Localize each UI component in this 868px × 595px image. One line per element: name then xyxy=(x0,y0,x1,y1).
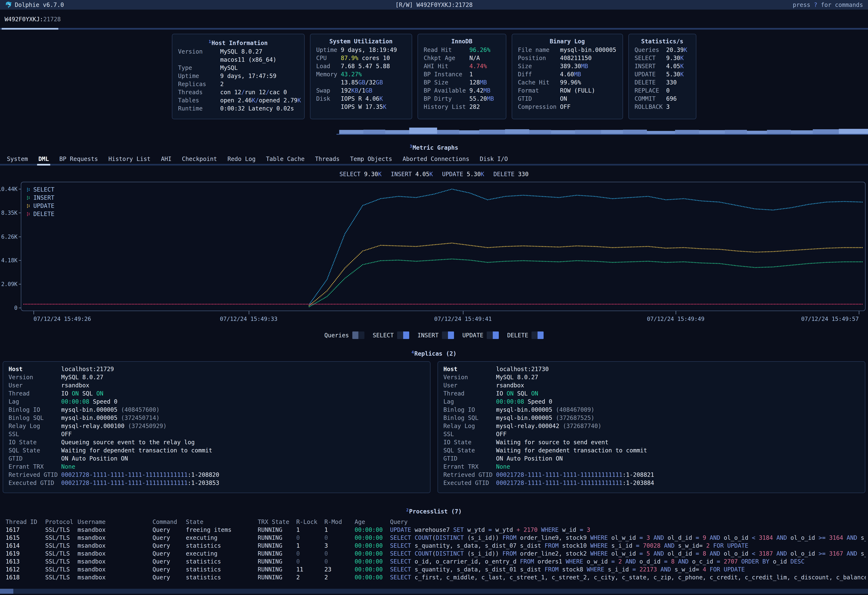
metric-tab-redo-log[interactable]: Redo Log xyxy=(222,154,261,164)
y-axis-label: 4.18K xyxy=(1,257,18,263)
cell-age: 00:00:00 xyxy=(354,534,390,542)
legend-dots-icon xyxy=(27,196,30,200)
legend-dots-icon xyxy=(27,212,30,216)
info-row: Cache Hit99.96% xyxy=(518,78,617,86)
toggle-insert[interactable] xyxy=(442,332,454,339)
processlist-row[interactable]: 1615SSL/TLSmsandboxQueryexecutingRUNNING… xyxy=(6,534,866,542)
cell-thread-id: 1618 xyxy=(6,574,45,582)
metric-tab-temp-objects[interactable]: Temp Objects xyxy=(345,154,397,164)
info-row: REPLACE0 xyxy=(635,86,690,95)
cell-protocol: SSL/TLS xyxy=(45,574,78,582)
dashboard-panels: 1Host InformationVersionMySQL 8.0.27maco… xyxy=(0,34,868,119)
cell-username: msandbox xyxy=(78,534,152,542)
cell-r-lock: 1 xyxy=(296,542,325,550)
bottom-scrollbar[interactable] xyxy=(0,589,868,594)
panel-title: System Utilization xyxy=(316,37,406,46)
metric-tab-system[interactable]: System xyxy=(1,154,33,164)
toggle-update[interactable] xyxy=(487,332,499,339)
column-header-thread-id: Thread ID xyxy=(6,518,45,526)
info-label: COMMIT xyxy=(635,95,666,103)
cell-r-mod: 0 xyxy=(325,550,354,558)
cell-query: SELECT COUNT(DISTINCT (s_i_id)) FROM ord… xyxy=(390,550,866,558)
info-row: ROLLBACK3 xyxy=(635,103,690,111)
cell-r-lock: 0 xyxy=(296,558,325,565)
replica-label: SQL State xyxy=(443,446,496,454)
replica-row: IO StateWaiting for source to send event xyxy=(443,438,859,446)
metric-tab-history-list[interactable]: History List xyxy=(103,154,156,164)
cell-state: executing xyxy=(186,534,258,542)
replica-row: Userrsandbox xyxy=(9,381,425,389)
info-value: IOPS W 17.35K xyxy=(341,103,387,111)
info-label: Threads xyxy=(178,88,220,96)
info-row: BP Dirty55.20MB xyxy=(424,95,500,103)
toggle-select[interactable] xyxy=(397,332,409,339)
metric-tab-disk-i-o[interactable]: Disk I/O xyxy=(475,154,513,164)
info-row: Threadscon 12/run 12/cac 0 xyxy=(178,88,298,96)
replica-label: Binlog IO xyxy=(9,406,61,414)
replica-row: IO StateQueueing source event to the rel… xyxy=(9,438,425,446)
host-tab[interactable]: W492F0YXKJ:21728 xyxy=(4,16,61,23)
metric-tab-dml[interactable]: DML xyxy=(33,154,54,164)
cell-query: SELECT s_quantity, s_data, s_dist_01 s_d… xyxy=(390,565,866,574)
replica-label: SSL xyxy=(9,430,61,438)
info-value: 1 xyxy=(469,70,473,78)
info-label: Version xyxy=(178,47,220,56)
replica-row: Relay Logmysql-relay.000100 (372450929) xyxy=(9,422,425,430)
cell-r-lock: 11 xyxy=(296,565,325,574)
cell-trx-state: RUNNING xyxy=(258,526,296,534)
metric-tab-track xyxy=(0,164,868,166)
info-row: History List282 xyxy=(424,103,500,111)
scrollbar-thumb[interactable] xyxy=(0,589,13,594)
replica-value: mysql-bin.000005 (408457600) xyxy=(61,406,159,414)
info-row: FormatROW (FULL) xyxy=(518,86,617,95)
replica-label: Binlog SQL xyxy=(443,414,496,422)
column-header-state: State xyxy=(186,518,258,526)
replica-row: Binlog IOmysql-bin.000005 (408457600) xyxy=(9,406,425,414)
info-row: Swap192KB/1GB xyxy=(316,86,406,95)
processlist-row[interactable]: 1612SSL/TLSmsandboxQuerystatisticsRUNNIN… xyxy=(6,565,866,574)
toggle-item-select: SELECT xyxy=(373,332,409,339)
replica-row: GTIDON Auto Position ON xyxy=(443,454,859,463)
cell-age: 00:00:00 xyxy=(354,574,390,582)
cell-command: Query xyxy=(152,542,186,550)
info-label: Memory xyxy=(316,70,341,78)
processlist-row[interactable]: 1614SSL/TLSmsandboxQuerystatisticsRUNNIN… xyxy=(6,542,866,550)
sparkline-baseline xyxy=(337,134,868,135)
toggle-delete[interactable] xyxy=(531,332,543,339)
metric-tab-aborted-connections[interactable]: Aborted Connections xyxy=(397,154,474,164)
replica-row: VersionMySQL 8.0.27 xyxy=(443,373,859,381)
panel-innodb: InnoDBRead Hit96.26%Chkpt AgeN/AAHI Hit4… xyxy=(418,34,506,119)
replica-value: 00021728-1111-1111-1111-111111111111:1-2… xyxy=(496,471,654,479)
replica-label: Binlog SQL xyxy=(9,414,61,422)
cell-r-mod: 0 xyxy=(325,558,354,565)
replica-row: Hostlocalhost:21730 xyxy=(443,365,859,373)
cell-trx-state: RUNNING xyxy=(258,542,296,550)
replica-value: localhost:21730 xyxy=(496,365,549,373)
metric-tab-table-cache[interactable]: Table Cache xyxy=(261,154,310,164)
metric-tab-checkpoint[interactable]: Checkpoint xyxy=(177,154,222,164)
info-label: Compression xyxy=(518,103,560,111)
toggle-item-queries: Queries xyxy=(325,332,365,339)
toggle-queries[interactable] xyxy=(352,332,365,339)
metric-tab-ahi[interactable]: AHI xyxy=(156,154,177,164)
dolphie-app: { "header": { "app_icon": "🐬", "app_titl… xyxy=(0,0,868,595)
info-value: con 12/run 12/cac 0 xyxy=(220,88,287,96)
processlist-row[interactable]: 1618SSL/TLSmsandboxQuerystatisticsRUNNIN… xyxy=(6,574,866,582)
replica-row: SSLOFF xyxy=(443,430,859,438)
cell-trx-state: RUNNING xyxy=(258,574,296,582)
column-header-command: Command xyxy=(152,518,186,526)
metric-tab-threads[interactable]: Threads xyxy=(310,154,345,164)
processlist-row[interactable]: 1613SSL/TLSmsandboxQuerystatisticsRUNNIN… xyxy=(6,558,866,565)
info-row: Replicas2 xyxy=(178,80,298,88)
metric-tab-bp-requests[interactable]: BP Requests xyxy=(54,154,103,164)
legend-item-update: UPDATE xyxy=(27,202,55,210)
legend-item-select: SELECT xyxy=(27,185,55,194)
info-label: GTID xyxy=(518,95,560,103)
replica-label: Thread xyxy=(9,389,61,398)
replica-label: User xyxy=(443,381,496,389)
toggle-label: INSERT xyxy=(418,332,438,339)
processlist-row[interactable]: 1617SSL/TLSmsandboxQueryfreeing itemsRUN… xyxy=(6,526,866,534)
cell-command: Query xyxy=(152,526,186,534)
processlist-row[interactable]: 1619SSL/TLSmsandboxQueryexecutingRUNNING… xyxy=(6,550,866,558)
x-axis-label: 07/12/24 15:49:57 xyxy=(801,316,859,322)
